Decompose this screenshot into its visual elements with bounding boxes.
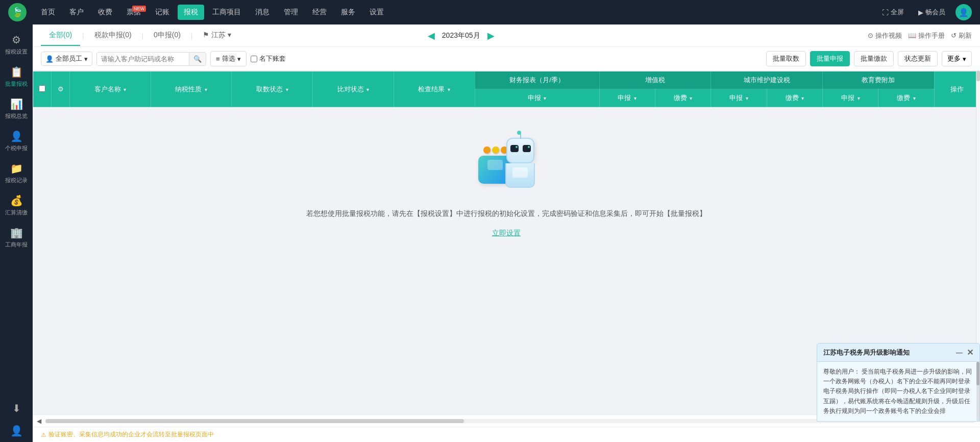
batch-fetch-button[interactable]: 批量取数 bbox=[766, 51, 806, 66]
toolbar-right: 批量取数 批量申报 批量缴款 状态更新 更多 ▾ bbox=[766, 51, 972, 66]
nav-item-经营[interactable]: 经营 bbox=[306, 5, 333, 20]
th-fetch-status: 取数状态 ▾ bbox=[232, 71, 313, 107]
refresh-link[interactable]: ↺ 刷新 bbox=[951, 31, 972, 40]
tab-divider-1: | bbox=[82, 32, 84, 39]
th-edu-pay: 缴费 ▾ bbox=[878, 89, 934, 107]
operation-video-link[interactable]: ⊙ 操作视频 bbox=[868, 31, 902, 40]
nav-item-收费[interactable]: 收费 bbox=[92, 5, 118, 20]
sidebar-item-5[interactable]: 💰汇算清缴 bbox=[0, 189, 33, 222]
sidebar-bottom-icon-0: ⬇ bbox=[12, 402, 21, 414]
nav-item-票据[interactable]: 票据NEW bbox=[120, 5, 147, 20]
tab-zero-declare[interactable]: 0申报(0) bbox=[145, 26, 189, 46]
nav-item-消息[interactable]: 消息 bbox=[249, 5, 276, 20]
th-settings[interactable]: ⚙ bbox=[52, 71, 70, 107]
checkbox-label[interactable]: 名下账套 bbox=[251, 54, 286, 63]
robot-illustration bbox=[473, 138, 540, 199]
search-wrap: 🔍 bbox=[96, 52, 206, 66]
setup-link[interactable]: 立即设置 bbox=[492, 229, 521, 238]
filter-icon-check[interactable]: ▾ bbox=[448, 87, 450, 92]
select-all-checkbox[interactable] bbox=[39, 85, 45, 92]
th-group-city-tax: 城市维护建设税 bbox=[711, 71, 823, 89]
avatar[interactable]: 👤 bbox=[955, 4, 972, 20]
sidebar-icon-0: ⚙ bbox=[12, 34, 21, 46]
tab-bar: 全部(0) | 税款申报(0) | 0申报(0) | ⚑ 江苏 ▾ ◀ 2023… bbox=[33, 24, 980, 47]
checkbox-input[interactable] bbox=[251, 56, 257, 62]
th-group-edu-fee: 教育费附加 bbox=[823, 71, 935, 89]
nav-item-记账[interactable]: 记账 bbox=[149, 5, 176, 20]
sidebar-icon-3: 👤 bbox=[10, 130, 23, 142]
notification-title: 江苏电子税务局升级影响通知 bbox=[823, 348, 910, 357]
filter-button[interactable]: ≡ 筛选 ▾ bbox=[210, 51, 247, 66]
member-icon: ▶ bbox=[918, 9, 923, 16]
fullscreen-button[interactable]: ⛶ 全屏 bbox=[878, 6, 908, 19]
th-operation: 操作 bbox=[934, 71, 979, 107]
th-checkbox[interactable] bbox=[33, 71, 52, 107]
fullscreen-label: 全屏 bbox=[891, 8, 904, 17]
sidebar-item-2[interactable]: 📊报税总览 bbox=[0, 93, 33, 125]
nav-item-管理[interactable]: 管理 bbox=[278, 5, 304, 20]
notification-scrollbar-thumb bbox=[976, 362, 979, 385]
filter-icon-name[interactable]: ▾ bbox=[124, 87, 126, 92]
manual-icon: 📖 bbox=[908, 32, 916, 39]
sidebar-bottom-item-0[interactable]: ⬇ bbox=[0, 397, 33, 420]
sidebar-label-5: 汇算清缴 bbox=[5, 209, 28, 216]
operation-manual-link[interactable]: 📖 操作手册 bbox=[908, 31, 945, 40]
manual-label: 操作手册 bbox=[918, 31, 945, 40]
filter-icon-compare[interactable]: ▾ bbox=[366, 87, 369, 92]
next-month-button[interactable]: ▶ bbox=[484, 29, 498, 42]
tab-all[interactable]: 全部(0) bbox=[41, 26, 80, 46]
video-icon: ⊙ bbox=[868, 32, 873, 39]
logo[interactable]: 🍃 bbox=[8, 3, 27, 21]
batch-declare-button[interactable]: 批量申报 bbox=[810, 51, 850, 66]
nav-item-首页[interactable]: 首页 bbox=[35, 5, 61, 20]
notification-body: 尊敬的用户： 受当前电子税务局进一步升级的影响，同一个政务网账号（办税人）名下的… bbox=[817, 362, 979, 421]
sidebar-label-3: 个税申报 bbox=[5, 144, 28, 152]
filter-icon-tax[interactable]: ▾ bbox=[205, 87, 207, 92]
member-button[interactable]: ▶ 畅会员 bbox=[914, 6, 949, 19]
status-update-button[interactable]: 状态更新 bbox=[898, 51, 938, 66]
sidebar-item-0[interactable]: ⚙报税设置 bbox=[0, 29, 33, 61]
sidebar-bottom-item-1[interactable]: 👤 bbox=[0, 420, 33, 442]
filter-icon-fetch[interactable]: ▾ bbox=[286, 87, 288, 92]
sidebar-item-6[interactable]: 🏢工商年报 bbox=[0, 222, 33, 254]
wallet-detail bbox=[487, 160, 503, 170]
employee-dropdown-icon: ▾ bbox=[84, 55, 88, 63]
prev-month-button[interactable]: ◀ bbox=[425, 29, 438, 42]
tab-tax-declare[interactable]: 税款申报(0) bbox=[86, 26, 140, 46]
th-compare-status: 比对状态 ▾ bbox=[313, 71, 394, 107]
nav-item-设置[interactable]: 设置 bbox=[363, 5, 390, 20]
sidebar-item-3[interactable]: 👤个税申报 bbox=[0, 125, 33, 157]
warning-text: 验证账密、采集信息均成功的企业才会流转至批量报税页面中 bbox=[48, 430, 214, 439]
refresh-label: 刷新 bbox=[959, 31, 972, 40]
tab-jiangsu[interactable]: ⚑ 江苏 ▾ bbox=[194, 26, 239, 46]
notification-minimize[interactable]: — bbox=[956, 349, 963, 356]
nav-item-客户[interactable]: 客户 bbox=[63, 5, 90, 20]
employee-select[interactable]: 👤 全部员工 ▾ bbox=[41, 52, 92, 66]
sidebar-icon-5: 💰 bbox=[10, 194, 23, 207]
location-icon: ⚑ bbox=[203, 31, 209, 39]
notification-scrollbar[interactable] bbox=[976, 362, 979, 421]
notification-close-button[interactable]: ✕ bbox=[967, 348, 973, 357]
avatar-icon: 👤 bbox=[959, 8, 969, 17]
th-group-vat: 增值税 bbox=[599, 71, 711, 89]
sidebar-item-4[interactable]: 📁报税记录 bbox=[0, 157, 33, 189]
scroll-left-arrow[interactable]: ◀ bbox=[37, 418, 41, 425]
member-label: 畅会员 bbox=[925, 8, 945, 17]
nav-item-服务[interactable]: 服务 bbox=[335, 5, 361, 20]
nav-item-报税[interactable]: 报税 bbox=[178, 5, 204, 20]
left-sidebar: ⚙报税设置📋批量报税📊报税总览👤个税申报📁报税记录💰汇算清缴🏢工商年报⬇👤 bbox=[0, 24, 33, 442]
month-label: 2023年05月 bbox=[442, 31, 480, 40]
sidebar-item-1[interactable]: 📋批量报税 bbox=[0, 61, 33, 93]
batch-pay-button[interactable]: 批量缴款 bbox=[854, 51, 894, 66]
th-edu-declare: 申报 ▾ bbox=[823, 89, 878, 107]
tab-right-actions: ⊙ 操作视频 📖 操作手册 ↺ 刷新 bbox=[868, 31, 972, 40]
more-button[interactable]: 更多 ▾ bbox=[942, 51, 972, 66]
more-label: 更多 bbox=[947, 54, 961, 63]
sidebar-label-6: 工商年报 bbox=[5, 241, 28, 249]
nav-item-工商项目[interactable]: 工商项目 bbox=[206, 5, 247, 20]
filter-dropdown-icon: ▾ bbox=[237, 55, 241, 63]
filter-icon: ≡ bbox=[216, 55, 220, 63]
main-table: ⚙ 客户名称 ▾ 纳税性质 ▾ 取数状态 ▾ 比对状态 ▾ 检查结果 ▾ 财务报… bbox=[33, 71, 980, 268]
search-button[interactable]: 🔍 bbox=[189, 53, 206, 65]
search-input[interactable] bbox=[97, 53, 189, 65]
